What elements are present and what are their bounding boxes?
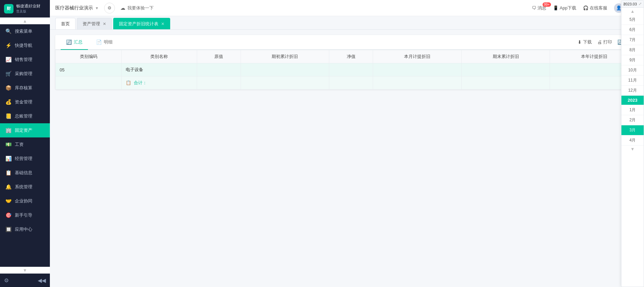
cell-net (329, 63, 373, 76)
sidebar-item-fixed-assets[interactable]: 🏢 固定资产 (0, 123, 50, 137)
tab-depreciation-report[interactable]: 固定资产折旧统计表 ✕ (113, 18, 170, 29)
report-card: 🔄 汇总 📄 明细 ⬇ 下载 🖨 打印 (55, 35, 639, 90)
month-9[interactable]: 9月 (621, 55, 644, 65)
sidebar-label-system: 系统管理 (15, 184, 32, 190)
sidebar-item-quick-nav[interactable]: ⚡ 快捷导航 (0, 38, 50, 53)
summary-icon: 🔄 (66, 39, 72, 45)
logo-text: 畅捷通好业财 普及版 (16, 4, 40, 13)
print-icon: 🖨 (597, 39, 602, 45)
date-nav-down[interactable]: ▼ (621, 146, 644, 153)
company-name: 医疗器械行业演示 (55, 5, 93, 11)
download-button[interactable]: ⬇ 下载 (578, 39, 592, 45)
tab-detail[interactable]: 📄 明细 (91, 35, 118, 50)
sidebar-item-inventory[interactable]: 📦 库存核算 (0, 81, 50, 95)
tab-home-label: 首页 (61, 21, 70, 27)
month-4[interactable]: 4月 (621, 135, 644, 146)
sidebar-item-search[interactable]: 🔍 搜索菜单 (0, 24, 50, 38)
collapse-sidebar-icon[interactable]: ◀◀ (38, 277, 46, 284)
col-original: 原值 (197, 50, 241, 63)
summary-label: 汇总 (74, 39, 83, 45)
sidebar-item-ledger[interactable]: 📒 总账管理 (0, 109, 50, 123)
search-icon: 🔍 (5, 28, 11, 34)
app-logo: 财 畅捷通好业财 普及版 (0, 0, 50, 18)
tab-asset-close-icon[interactable]: ✕ (103, 22, 106, 26)
online-service-button[interactable]: 🎧 在线客服 (583, 5, 607, 11)
sidebar-item-funds[interactable]: 💰 资金管理 (0, 95, 50, 109)
fixed-assets-icon: 🏢 (5, 127, 11, 133)
month-12[interactable]: 12月 (621, 86, 644, 96)
month-6[interactable]: 6月 (621, 30, 644, 35)
date-panel: 2023.03 ⤢ ▲ 5月 6月 7月 8月 9月 10月 11月 12月 2… (621, 30, 644, 287)
main-area: 医疗器械行业演示 ▼ ⚙ ☁ 我要体验一下 🗨 消息 99+ 📱 App下载 (50, 0, 644, 287)
total-label: 📋 合计： (122, 76, 197, 90)
sidebar-item-purchase[interactable]: 🛒 采购管理 (0, 67, 50, 81)
sidebar-label-ledger: 总账管理 (15, 113, 32, 119)
download-icon: ⬇ (578, 39, 582, 45)
message-icon: 🗨 (532, 5, 536, 10)
detail-label: 明细 (104, 39, 113, 45)
sidebar-label-purchase: 采购管理 (15, 71, 32, 77)
month-7[interactable]: 7月 (621, 35, 644, 45)
message-button[interactable]: 🗨 消息 99+ (532, 5, 546, 11)
col-net: 净值 (329, 50, 373, 63)
sidebar-item-sales[interactable]: 📈 销售管理 (0, 53, 50, 67)
logo-icon: 财 (4, 4, 13, 13)
quick-nav-icon: ⚡ (5, 42, 11, 49)
total-original (197, 76, 241, 90)
tab-depreciation-label: 固定资产折旧统计表 (119, 21, 158, 27)
sidebar-label-basic-info: 基础信息 (15, 170, 32, 176)
month-8[interactable]: 8月 (621, 45, 644, 55)
app-download-button[interactable]: 📱 App下载 (553, 5, 576, 11)
sidebar-label-sales: 销售管理 (15, 57, 32, 63)
content-area: 🔄 汇总 📄 明细 ⬇ 下载 🖨 打印 (50, 30, 644, 287)
cell-code: 05 (56, 63, 122, 76)
print-label: 打印 (603, 39, 612, 45)
sidebar-item-payroll[interactable]: 💵 工资 (0, 137, 50, 152)
month-3-active[interactable]: 3月 (621, 125, 644, 135)
sidebar-item-operations[interactable]: 📊 经营管理 (0, 152, 50, 166)
sidebar-label-app-center: 应用中心 (15, 226, 32, 232)
tab-asset-management[interactable]: 资产管理 ✕ (77, 18, 112, 29)
tab-summary[interactable]: 🔄 汇总 (61, 35, 88, 50)
sidebar-label-operations: 经营管理 (15, 156, 32, 162)
total-initial-acc (241, 76, 329, 90)
sidebar-item-enterprise[interactable]: 🤝 企业协同 (0, 194, 50, 208)
app-center-icon: 🔲 (5, 226, 11, 232)
table-row: 05 电子设备 791.67 (56, 63, 639, 76)
company-selector[interactable]: 医疗器械行业演示 ▼ (55, 5, 99, 11)
sidebar-item-guide[interactable]: 🎯 新手引导 (0, 208, 50, 222)
inventory-icon: 📦 (5, 85, 11, 91)
month-2[interactable]: 2月 (621, 115, 644, 125)
sidebar-nav: 🔍 搜索菜单 ⚡ 快捷导航 📈 销售管理 🛒 采购管理 📦 库存核算 💰 资金管… (0, 24, 50, 267)
purchase-icon: 🛒 (5, 71, 11, 77)
settings-bottom-icon[interactable]: ⚙ (4, 277, 9, 284)
total-end-acc (461, 76, 550, 90)
enterprise-icon: 🤝 (5, 198, 11, 204)
cell-name: 电子设备 (122, 63, 197, 76)
sidebar-scroll-down[interactable]: ▼ (0, 267, 50, 274)
sidebar-item-system[interactable]: 🔔 系统管理 (0, 180, 50, 194)
sidebar-label-guide: 新手引导 (15, 212, 32, 218)
month-11[interactable]: 11月 (621, 75, 644, 86)
print-button[interactable]: 🖨 打印 (597, 39, 612, 45)
tab-depreciation-close-icon[interactable]: ✕ (161, 22, 164, 26)
experience-button[interactable]: ☁ 我要体验一下 (120, 5, 154, 11)
topbar-settings-button[interactable]: ⚙ (104, 3, 115, 13)
sidebar-item-app-center[interactable]: 🔲 应用中心 (0, 222, 50, 236)
online-service-label: 在线客服 (590, 5, 607, 11)
sidebar-scroll-up[interactable]: ▲ (0, 18, 50, 24)
cell-monthly (373, 63, 462, 76)
tab-home[interactable]: 首页 (55, 18, 75, 29)
sidebar-label-search: 搜索菜单 (15, 28, 32, 34)
sidebar-bottom: ⚙ ◀◀ (0, 274, 50, 287)
month-10[interactable]: 10月 (621, 65, 644, 75)
sidebar-item-basic-info[interactable]: 📋 基础信息 (0, 166, 50, 180)
table-total-row: 📋 合计： 791.67 (56, 76, 639, 90)
month-1[interactable]: 1月 (621, 105, 644, 115)
col-name: 类别名称 (122, 50, 197, 63)
headset-icon: 🎧 (583, 5, 588, 10)
col-monthly: 本月计提折旧 (373, 50, 462, 63)
topbar: 医疗器械行业演示 ▼ ⚙ ☁ 我要体验一下 🗨 消息 99+ 📱 App下载 (50, 0, 644, 16)
experience-label: 我要体验一下 (127, 5, 154, 11)
sidebar-label-inventory: 库存核算 (15, 85, 32, 91)
